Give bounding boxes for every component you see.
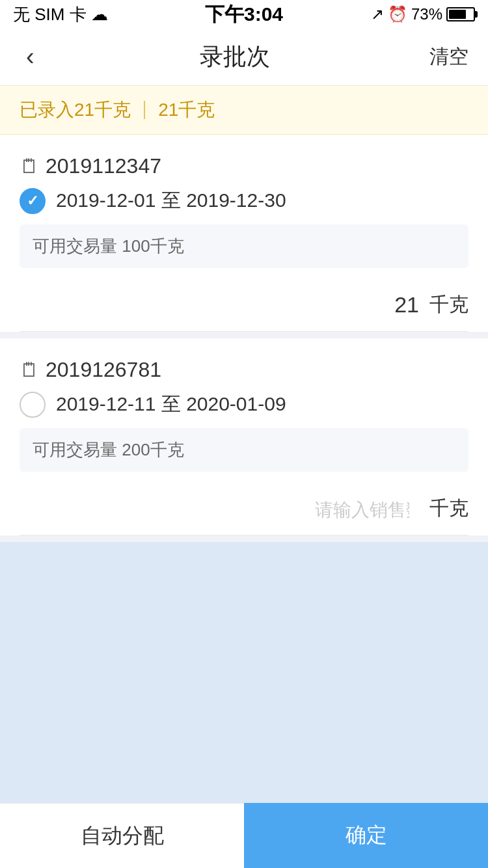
summary-prefix: 已录入21千克 <box>20 98 131 122</box>
sim-status: 无 SIM 卡 ☁ <box>13 3 108 26</box>
blue-filler-area <box>0 542 488 815</box>
avail-qty-box-1: 可用交易量 100千克 <box>20 224 468 268</box>
batch-card-2-header: 🗒 2019126781 <box>20 358 468 382</box>
avail-qty-text-1: 可用交易量 100千克 <box>33 236 184 256</box>
batch-id-2: 2019126781 <box>46 358 161 382</box>
avail-qty-text-2: 可用交易量 200千克 <box>33 440 184 459</box>
batch-id-icon-1: 🗒 <box>20 156 39 178</box>
battery-icon <box>446 7 475 21</box>
qty-unit-2: 千克 <box>429 495 468 522</box>
battery-percent: 73% <box>411 5 442 23</box>
batch-id-1: 2019112347 <box>46 154 161 178</box>
batch-date-2: 2019-12-11 至 2020-01-09 <box>56 391 286 418</box>
batch-cards-container: 🗒 2019112347 2019-12-01 至 2019-12-30 可用交… <box>0 135 488 542</box>
avail-qty-box-2: 可用交易量 200千克 <box>20 428 468 472</box>
status-time: 下午3:04 <box>205 1 283 28</box>
qty-value-1: 21 <box>394 292 419 318</box>
batch-id-icon-2: 🗒 <box>20 359 39 381</box>
qty-input-2[interactable] <box>315 496 419 521</box>
bottom-bar: 自动分配 确定 <box>0 803 488 868</box>
status-left: 无 SIM 卡 ☁ <box>13 3 108 26</box>
status-right: ↗ ⏰ 73% <box>371 5 475 23</box>
confirm-button[interactable]: 确定 <box>244 803 488 868</box>
radio-btn-1[interactable] <box>20 188 46 214</box>
radio-btn-2[interactable] <box>20 392 46 418</box>
status-bar: 无 SIM 卡 ☁ 下午3:04 ↗ ⏰ 73% <box>0 0 488 29</box>
location-icon: ↗ <box>371 5 384 23</box>
batch-date-1: 2019-12-01 至 2019-12-30 <box>56 187 286 214</box>
qty-unit-1: 千克 <box>429 292 468 318</box>
page-title: 录批次 <box>200 41 270 73</box>
batch-card-1-header: 🗒 2019112347 <box>20 154 468 178</box>
clear-button[interactable]: 清空 <box>429 44 468 70</box>
qty-input-row-2[interactable]: 千克 <box>20 485 468 536</box>
alarm-icon: ⏰ <box>388 5 407 23</box>
batch-card-2: 🗒 2019126781 2019-12-11 至 2020-01-09 可用交… <box>0 338 488 542</box>
summary-banner: 已录入21千克 21千克 <box>0 86 488 135</box>
qty-input-row-1: 21 千克 <box>20 281 468 332</box>
back-button[interactable]: ‹ <box>20 36 41 77</box>
batch-card-1: 🗒 2019112347 2019-12-01 至 2019-12-30 可用交… <box>0 135 488 338</box>
nav-bar: ‹ 录批次 清空 <box>0 29 488 86</box>
batch-date-row-2: 2019-12-11 至 2020-01-09 <box>20 391 468 418</box>
summary-divider <box>144 101 145 119</box>
auto-distribute-button[interactable]: 自动分配 <box>0 803 244 868</box>
batch-date-row-1: 2019-12-01 至 2019-12-30 <box>20 187 468 214</box>
summary-amount: 21千克 <box>158 98 215 122</box>
